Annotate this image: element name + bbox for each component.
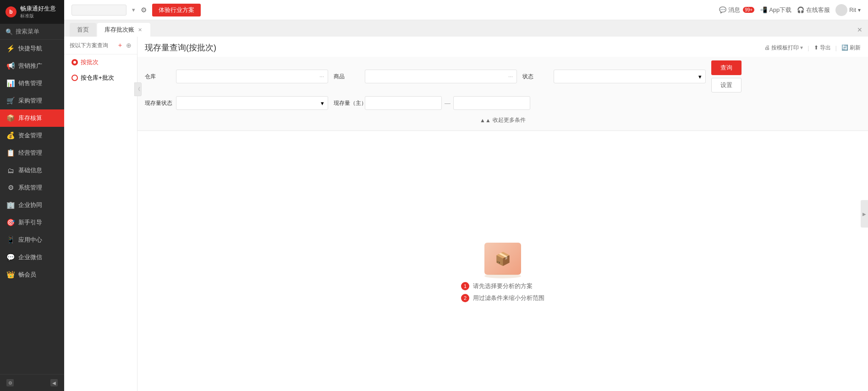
export-label: 导出 (820, 44, 831, 52)
sidebar-label-member: 畅会员 (18, 271, 36, 279)
filter-inventory-qty: 现存量（主） — (334, 96, 517, 110)
filter-status: 状态 ▾ (522, 70, 706, 83)
app-logo: b (5, 6, 16, 17)
sidebar-item-app-center[interactable]: 📱 应用中心 (0, 231, 64, 249)
scheme-panel-actions: ＋ ⊕ (117, 41, 132, 49)
sidebar-item-operation[interactable]: 📋 经营管理 (0, 144, 64, 162)
app-name: 畅康通好生意 (20, 5, 56, 13)
sidebar-search[interactable]: 🔍 搜索菜单 (0, 24, 64, 40)
sidebar-item-purchase[interactable]: 🛒 采购管理 (0, 92, 64, 109)
filter-row-2: 现存量状态 ▾ 现存量（主） — (145, 96, 861, 110)
app-download-label: App下载 (769, 6, 791, 14)
export-icon: ⬆ (814, 44, 819, 51)
empty-step-2: 2 用过滤条件来缩小分析范围 (461, 294, 544, 302)
topbar-search-input[interactable] (71, 5, 126, 16)
empty-box-icon: 📦 (495, 251, 511, 266)
query-button[interactable]: 查询 (711, 60, 742, 75)
add-scheme-icon[interactable]: ＋ (117, 41, 123, 49)
sidebar-label-purchase: 采购管理 (18, 97, 42, 105)
filter-product-more-icon[interactable]: ··· (508, 73, 513, 80)
search-icon: 🔍 (5, 28, 13, 35)
main-area: ▾ ⚙ 体验行业方案 💬 消息 99+ 📲 App下载 🎧 在线客服 Rit ▾… (64, 0, 868, 391)
page-actions: 🖨 按模板打印 ▾ | ⬆ 导出 | 🔄 刷新 (764, 44, 861, 52)
sidebar-label-quick-nav: 快捷导航 (18, 44, 42, 53)
export-button[interactable]: ⬆ 导出 (814, 44, 831, 52)
sidebar: b 畅康通好生意 标准版 🔍 搜索菜单 ⚡ 快捷导航 📢 营销推广 📊 销售管理… (0, 0, 64, 391)
sidebar-settings-btn[interactable]: ⚙ (6, 379, 14, 386)
filter-row-1: 仓库 ··· 商品 ··· 状态 (145, 60, 861, 92)
app-download-button[interactable]: 📲 App下载 (760, 6, 791, 14)
print-label: 按模板打印 (771, 44, 799, 52)
print-dropdown-icon: ▾ (800, 44, 803, 51)
tab-home[interactable]: 首页 (70, 23, 96, 37)
topbar-gear-icon[interactable]: ⚙ (141, 6, 147, 14)
tab-home-label: 首页 (77, 26, 89, 34)
sidebar-item-enterprise[interactable]: 🏢 企业协同 (0, 196, 64, 214)
filter-product-input[interactable]: ··· (365, 70, 517, 83)
online-service-button[interactable]: 🎧 在线客服 (797, 6, 830, 14)
scheme-item-warehouse-batch[interactable]: 按仓库+批次 (64, 70, 137, 86)
sidebar-item-member[interactable]: 👑 畅会员 (0, 266, 64, 283)
user-avatar (835, 4, 847, 16)
tab-inventory-batch[interactable]: 库存批次账 ✕ (97, 23, 150, 37)
filter-qty-end-input[interactable] (453, 96, 530, 110)
message-button[interactable]: 💬 消息 99+ (719, 6, 754, 14)
user-name: Rit (849, 7, 856, 13)
refresh-button[interactable]: 🔄 刷新 (841, 44, 861, 52)
collapse-up-icon: ▲▲ (480, 117, 491, 124)
sidebar-item-marketing[interactable]: 📢 营销推广 (0, 57, 64, 75)
filter-warehouse-more-icon[interactable]: ··· (319, 73, 324, 80)
purchase-icon: 🛒 (6, 97, 15, 105)
print-button[interactable]: 🖨 按模板打印 ▾ (764, 44, 803, 52)
sidebar-label-operation: 经营管理 (18, 149, 42, 157)
tab-inventory-batch-close[interactable]: ✕ (137, 27, 143, 33)
filter-inventory-status-label: 现存量状态 (145, 99, 172, 107)
empty-steps: 1 请先选择要分析的方案 2 用过滤条件来缩小分析范围 (461, 282, 544, 302)
scheme-label-batch: 按批次 (81, 58, 99, 66)
sidebar-label-inventory: 库存核算 (18, 114, 42, 122)
tab-inventory-batch-label: 库存批次账 (104, 26, 134, 34)
right-edge-toggle[interactable]: ▶ (861, 200, 868, 228)
sidebar-item-basic[interactable]: 🗂 基础信息 (0, 162, 64, 179)
sidebar-item-quick-nav[interactable]: ⚡ 快捷导航 (0, 40, 64, 57)
set-button[interactable]: 设置 (711, 78, 742, 92)
filter-qty-start-input[interactable] (365, 96, 442, 110)
step-1-text: 请先选择要分析的方案 (473, 282, 533, 290)
sidebar-label-marketing: 营销推广 (18, 62, 42, 70)
page-header: 现存量查询(按批次) 🖨 按模板打印 ▾ | ⬆ 导出 | 🔄 (137, 37, 868, 57)
refresh-icon: 🔄 (841, 44, 848, 51)
message-icon: 💬 (719, 6, 726, 13)
scheme-panel: 按以下方案查询 ＋ ⊕ 按批次 按仓库+批次 (64, 37, 137, 391)
experience-industry-button[interactable]: 体验行业方案 (152, 4, 201, 16)
filter-product-label: 商品 (334, 73, 361, 81)
sidebar-item-sales[interactable]: 📊 销售管理 (0, 75, 64, 92)
online-service-label: 在线客服 (806, 6, 830, 14)
sidebar-collapse-btn[interactable]: ◀ (50, 379, 58, 386)
filter-inventory-status-select[interactable]: ▾ (176, 96, 328, 110)
tab-close-all-button[interactable]: ✕ (857, 26, 863, 33)
empty-illustration: 📦 (475, 220, 530, 275)
filter-buttons: 查询 设置 (711, 60, 742, 92)
topbar-dropdown-icon[interactable]: ▾ (132, 6, 135, 13)
filter-warehouse-input[interactable]: ··· (176, 70, 328, 83)
scheme-item-batch[interactable]: 按批次 (64, 54, 137, 70)
sidebar-item-guide[interactable]: 🎯 新手引导 (0, 214, 64, 231)
scheme-panel-collapse-btn[interactable]: 《 (134, 82, 142, 96)
tab-bar: 首页 库存批次账 ✕ ✕ (64, 20, 868, 37)
scheme-dot-warehouse-batch (71, 75, 78, 81)
scheme-settings-icon[interactable]: ⊕ (126, 42, 132, 49)
user-info[interactable]: Rit ▾ (835, 4, 861, 16)
sidebar-item-inventory[interactable]: 📦 库存核算 (0, 109, 64, 127)
sidebar-header: b 畅康通好生意 标准版 (0, 0, 64, 24)
sidebar-label-guide: 新手引导 (18, 218, 42, 227)
sidebar-label-finance: 资金管理 (18, 131, 42, 140)
filter-status-select[interactable]: ▾ (554, 70, 706, 83)
sidebar-item-finance[interactable]: 💰 资金管理 (0, 127, 64, 144)
sidebar-item-system[interactable]: ⚙ 系统管理 (0, 179, 64, 196)
collapse-more-label: 收起更多条件 (493, 116, 526, 124)
collapse-more-btn[interactable]: ▲▲ 收起更多条件 (145, 114, 861, 127)
quick-nav-icon: ⚡ (6, 44, 15, 53)
sidebar-item-wechat[interactable]: 💬 企业微信 (0, 249, 64, 266)
step-2-text: 用过滤条件来缩小分析范围 (473, 294, 544, 302)
filter-status-dropdown-icon: ▾ (698, 73, 702, 80)
